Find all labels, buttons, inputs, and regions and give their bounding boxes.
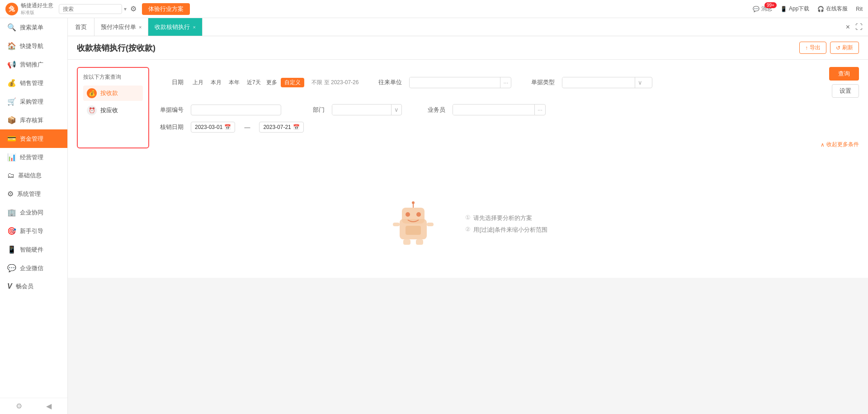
verify-date-start-value: 2023-03-01	[195, 124, 222, 130]
date-btn-custom[interactable]: 自定义	[281, 78, 304, 87]
collapse-icon: ∧	[821, 142, 825, 148]
doc-no-label: 单据编号	[156, 106, 184, 114]
logo-icon: 兔	[5, 3, 18, 15]
industry-button[interactable]: 体验行业方案	[142, 3, 190, 15]
dept-chevron[interactable]: ∨	[391, 105, 401, 115]
gear-icon[interactable]: ⚙	[130, 5, 137, 13]
tab-receipt-close[interactable]: ×	[193, 24, 195, 30]
date-to-text: 至 2023-07-26	[324, 79, 359, 86]
sidebar: 🔍 搜索菜单 🏠 快捷导航 📢 营销推广 💰 销售管理 🛒 采购管理 📦 库存核…	[0, 18, 68, 414]
staff-field[interactable]	[453, 105, 534, 115]
doc-no-field[interactable]	[191, 105, 281, 115]
sidebar-item-wechat[interactable]: 💬 企业微信	[0, 259, 67, 277]
guide-icon: 🎯	[7, 227, 16, 235]
topbar: 兔 畅捷通好生意 标准版 ▾ ⚙ 体验行业方案 💬 消息 99+ 📱 App下载…	[0, 0, 868, 18]
tab-maximize-icon[interactable]: ⛶	[854, 21, 864, 33]
query-btn-area: 查询 设置	[829, 67, 859, 98]
doc-type-field[interactable]	[562, 77, 635, 87]
sidebar-item-label: 系统管理	[17, 190, 41, 198]
date-btn-7days[interactable]: 近7天	[245, 78, 263, 87]
verify-date-label: 核销日期	[156, 123, 184, 131]
sidebar-item-label: 畅会员	[16, 282, 33, 290]
filter-sidebar-title: 按以下方案查询	[83, 73, 143, 81]
sidebar-item-guide[interactable]: 🎯 新手引导	[0, 222, 67, 240]
sidebar-item-basic-info[interactable]: 🗂 基础信息	[0, 167, 67, 185]
sidebar-item-purchase[interactable]: 🛒 采购管理	[0, 92, 67, 111]
tab-receipt-verification[interactable]: 收款核销执行 ×	[148, 18, 202, 36]
marketing-icon: 📢	[7, 60, 16, 69]
tab-close-all-icon[interactable]: ×	[844, 21, 852, 33]
inventory-icon: 📦	[7, 116, 16, 124]
dept-field[interactable]	[332, 105, 391, 115]
sidebar-item-quicknav[interactable]: 🏠 快捷导航	[0, 37, 67, 55]
svg-point-5	[412, 201, 415, 204]
tab-home[interactable]: 首页	[68, 18, 94, 36]
settings-button[interactable]: 设置	[832, 84, 859, 98]
basic-info-icon: 🗂	[7, 171, 14, 180]
counterparty-field[interactable]	[410, 77, 500, 87]
date-btn-more[interactable]: 更多	[266, 79, 277, 86]
topbar-right: 💬 消息 99+ 📱 App下载 🎧 在线客服 Rit	[753, 5, 863, 13]
sidebar-item-hardware[interactable]: 📱 智能硬件	[0, 240, 67, 259]
sidebar-item-marketing[interactable]: 📢 营销推广	[0, 55, 67, 74]
sidebar-item-system[interactable]: ⚙ 系统管理	[0, 185, 67, 203]
empty-state: ① 请先选择要分析的方案 ② 用[过滤]条件来缩小分析范围	[68, 156, 868, 278]
tab-prepay[interactable]: 预付冲应付单 ×	[94, 18, 148, 36]
filter-option-receivable-label: 按应收	[100, 106, 118, 114]
sidebar-item-label: 营销推广	[20, 61, 43, 69]
tab-prepay-close[interactable]: ×	[139, 24, 142, 30]
collapse-sidebar-button[interactable]: ◀	[46, 402, 52, 410]
settings-bottom-icon[interactable]: ⚙	[16, 402, 22, 410]
logo: 兔 畅捷通好生意 标准版	[5, 2, 53, 16]
message-button[interactable]: 💬 消息 99+	[753, 5, 772, 13]
filter-row-3: 核销日期 2023-03-01 📅 — 2023-07-21 📅	[156, 122, 859, 133]
verify-date-start-field[interactable]: 2023-03-01 📅	[191, 122, 235, 133]
svg-rect-8	[406, 226, 421, 235]
home-icon: 🏠	[7, 42, 16, 50]
date-btn-this-month[interactable]: 本月	[209, 78, 223, 87]
date-btn-last-month[interactable]: 上月	[191, 78, 205, 87]
query-button[interactable]: 查询	[829, 67, 859, 81]
sidebar-item-label: 基础信息	[18, 171, 42, 180]
svg-point-3	[416, 212, 421, 217]
sidebar-item-inventory[interactable]: 📦 库存核算	[0, 111, 67, 129]
staff-label: 业务员	[418, 106, 445, 114]
search-input[interactable]	[59, 4, 122, 14]
message-icon: 💬	[753, 6, 760, 12]
filter-option-by-receivable[interactable]: ⏰ 按应收	[83, 103, 143, 118]
counterparty-dots-button[interactable]: ···	[500, 77, 511, 88]
refresh-label: 刷新	[842, 44, 853, 52]
filter-row-1: 日期 上月 本月 本年 近7天 更多 自定义 不限 至 2023-07-26	[156, 67, 859, 98]
svg-rect-6	[393, 223, 400, 226]
staff-dots-button[interactable]: ···	[534, 105, 545, 115]
sidebar-item-enterprise[interactable]: 🏢 企业协同	[0, 203, 67, 222]
doc-type-chevron[interactable]: ∨	[635, 77, 645, 88]
online-service-button[interactable]: 🎧 在线客服	[817, 5, 848, 13]
sidebar-item-label: 库存核算	[20, 116, 43, 124]
filter-option-by-receipt[interactable]: 💰 按收款	[83, 86, 143, 101]
filter-area: 按以下方案查询 💰 按收款 ⏰ 按应收 日期	[68, 60, 868, 156]
filter-scheme-sidebar: 按以下方案查询 💰 按收款 ⏰ 按应收	[77, 67, 149, 148]
tab-bar-right: × ⛶	[844, 21, 868, 33]
date-btn-this-year[interactable]: 本年	[227, 78, 241, 87]
user-profile[interactable]: Rit	[856, 6, 863, 12]
topbar-search: ▾	[59, 4, 127, 14]
sidebar-item-label: 搜索菜单	[20, 24, 43, 32]
app-icon: 📱	[780, 6, 787, 12]
service-icon: 🎧	[817, 6, 824, 12]
sidebar-item-sales[interactable]: 💰 销售管理	[0, 74, 67, 92]
sidebar-item-search[interactable]: 🔍 搜索菜单	[0, 18, 67, 37]
sidebar-item-operations[interactable]: 📊 经营管理	[0, 148, 67, 167]
collapse-conditions-button[interactable]: ∧ 收起更多条件	[821, 141, 859, 148]
app-label: App下载	[789, 5, 809, 13]
app-download-button[interactable]: 📱 App下载	[780, 5, 809, 13]
sidebar-item-member[interactable]: V 畅会员	[0, 277, 67, 295]
export-button[interactable]: ↑ 导出	[799, 42, 826, 54]
refresh-button[interactable]: ↺ 刷新	[830, 42, 859, 54]
verify-date-end-field[interactable]: 2023-07-21 📅	[259, 122, 303, 133]
sidebar-item-finance[interactable]: 💳 资金管理	[0, 129, 67, 148]
content-area: 首页 预付冲应付单 × 收款核销执行 × × ⛶ 收款核销执行(按收款) ↑	[68, 18, 868, 414]
sidebar-item-label: 智能硬件	[20, 246, 43, 254]
sidebar-bottom: ⚙ ◀	[0, 398, 67, 414]
sidebar-item-label: 经营管理	[20, 153, 43, 162]
